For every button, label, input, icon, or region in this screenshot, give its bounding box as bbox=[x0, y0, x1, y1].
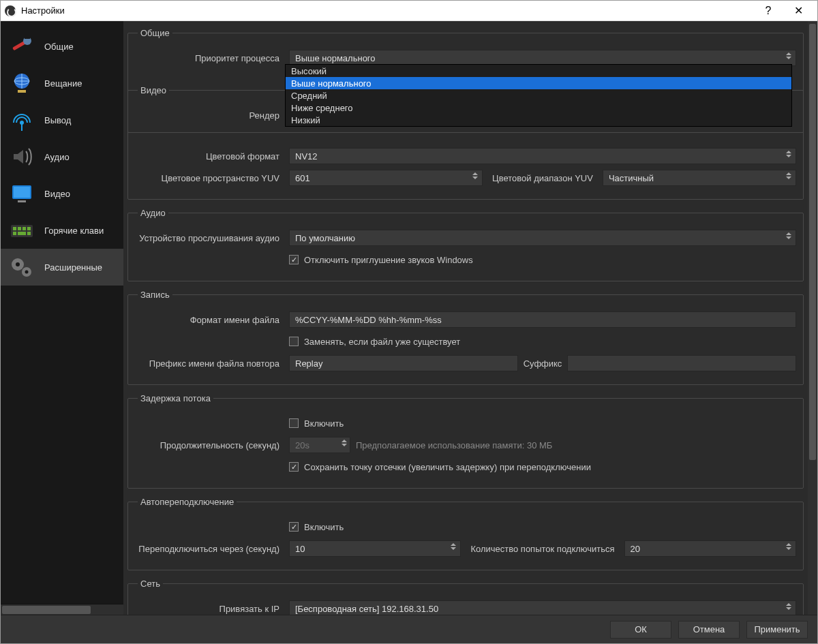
delay-enable-checkbox[interactable]: Включить bbox=[289, 418, 344, 429]
monitor-device-label: Устройство прослушивания аудио bbox=[135, 233, 284, 243]
overwrite-checkbox[interactable]: Заменять, если файл уже существует bbox=[289, 337, 460, 347]
sidebar-item-video[interactable]: Видео bbox=[1, 175, 123, 212]
reconnect-attempts-label: Количество попыток подключиться bbox=[470, 544, 614, 554]
svg-rect-9 bbox=[14, 187, 30, 198]
chevron-updown-icon bbox=[786, 151, 791, 157]
spin-value: 10 bbox=[295, 544, 305, 554]
filename-format-input[interactable]: %CCYY-%MM-%DD %hh-%mm-%ss bbox=[289, 311, 796, 328]
sidebar-hscrollbar[interactable] bbox=[1, 604, 123, 615]
globe-icon bbox=[6, 70, 37, 97]
checkbox-label: Сохранить точку отсечки (увеличить задер… bbox=[304, 462, 591, 472]
delay-duration-spin[interactable]: 20s bbox=[289, 437, 350, 453]
checkbox-label: Включить bbox=[304, 418, 344, 429]
combo-value: Выше нормального bbox=[295, 53, 376, 63]
app-icon bbox=[5, 5, 16, 16]
input-value: Replay bbox=[295, 358, 322, 369]
svg-rect-12 bbox=[13, 227, 16, 230]
group-legend: Видео bbox=[138, 85, 169, 95]
svg-rect-15 bbox=[27, 227, 31, 230]
sidebar-item-label: Видео bbox=[44, 189, 70, 199]
group-legend: Аудио bbox=[138, 208, 168, 218]
yuv-range-combo[interactable]: Частичный bbox=[603, 170, 796, 186]
svg-point-22 bbox=[25, 271, 29, 274]
dropdown-item[interactable]: Низкий bbox=[286, 114, 791, 126]
reconnect-attempts-spin[interactable]: 20 bbox=[624, 540, 796, 557]
group-audio: Аудио Устройство прослушивания аудио По … bbox=[127, 208, 804, 281]
delay-duration-label: Продолжительность (секунд) bbox=[135, 440, 284, 450]
sidebar-item-label: Вещание bbox=[44, 78, 82, 89]
combo-value: 601 bbox=[295, 173, 310, 183]
checkbox-icon: ✓ bbox=[289, 462, 299, 472]
delay-memory-label: Предполагаемое использование памяти: 30 … bbox=[356, 440, 552, 450]
group-legend: Задержка потока bbox=[138, 393, 213, 403]
combo-value: [Беспроводная сеть] 192.168.31.50 bbox=[295, 604, 438, 614]
svg-rect-14 bbox=[22, 227, 26, 230]
combo-value: Частичный bbox=[609, 173, 654, 183]
group-stream-delay: Задержка потока Включить Продолжительнос… bbox=[127, 393, 804, 489]
chevron-updown-icon bbox=[786, 172, 791, 179]
settings-window: Настройки ? ✕ Общие Вещание В bbox=[0, 0, 818, 644]
wrench-icon bbox=[6, 33, 37, 60]
svg-rect-18 bbox=[27, 232, 31, 235]
sidebar-item-audio[interactable]: Аудио bbox=[1, 138, 123, 175]
group-recording: Запись Формат имени файла %CCYY-%MM-%DD … bbox=[127, 290, 804, 385]
renderer-label: Рендер bbox=[135, 110, 284, 121]
checkbox-icon bbox=[289, 418, 299, 428]
group-reconnect: Автопереподключение ✓ Включить Переподкл… bbox=[127, 497, 804, 570]
gears-icon bbox=[6, 254, 37, 281]
priority-dropdown-list[interactable]: Высокий Выше нормального Средний Ниже ср… bbox=[285, 64, 792, 127]
dropdown-item[interactable]: Ниже среднего bbox=[286, 102, 791, 114]
sidebar-item-advanced[interactable]: Расширенные bbox=[1, 249, 123, 286]
replay-prefix-label: Префикс имени файла повтора bbox=[135, 358, 284, 369]
svg-rect-2 bbox=[25, 37, 30, 39]
reconnect-enable-checkbox[interactable]: ✓ Включить bbox=[289, 522, 344, 532]
dropdown-item[interactable]: Средний bbox=[286, 89, 791, 102]
sidebar: Общие Вещание Вывод Аудио bbox=[1, 21, 123, 615]
main-vscrollbar[interactable] bbox=[808, 21, 817, 615]
dialog-footer: ОК Отмена Применить bbox=[1, 615, 817, 643]
combo-value: По умолчанию bbox=[295, 233, 355, 243]
group-legend: Общие bbox=[138, 28, 172, 38]
priority-label: Приоритет процесса bbox=[135, 53, 284, 63]
bind-ip-label: Привязать к IP bbox=[135, 604, 284, 614]
chevron-updown-icon bbox=[786, 52, 791, 59]
spin-value: 20 bbox=[631, 544, 640, 554]
apply-button[interactable]: Применить bbox=[746, 621, 808, 639]
checkbox-icon: ✓ bbox=[289, 522, 299, 532]
sidebar-item-general[interactable]: Общие bbox=[1, 28, 123, 65]
sidebar-item-stream[interactable]: Вещание bbox=[1, 65, 123, 102]
yuv-range-label: Цветовой диапазон YUV bbox=[492, 173, 593, 183]
monitor-device-combo[interactable]: По умолчанию bbox=[289, 230, 796, 246]
sidebar-item-hotkeys[interactable]: Горячие клави bbox=[1, 212, 123, 249]
svg-rect-16 bbox=[13, 232, 16, 235]
replay-suffix-input[interactable] bbox=[567, 355, 796, 371]
color-format-combo[interactable]: NV12 bbox=[289, 148, 796, 164]
dropdown-item[interactable]: Выше нормального bbox=[286, 77, 791, 89]
disable-ducking-checkbox[interactable]: ✓ Отключить приглушение звуков Windows bbox=[289, 255, 473, 265]
svg-rect-17 bbox=[18, 232, 26, 235]
chevron-updown-icon bbox=[786, 603, 791, 610]
group-legend: Автопереподключение bbox=[138, 497, 237, 507]
svg-rect-11 bbox=[11, 225, 33, 237]
cancel-button[interactable]: Отмена bbox=[678, 621, 740, 639]
replay-prefix-input[interactable]: Replay bbox=[289, 355, 518, 371]
dropdown-item[interactable]: Высокий bbox=[286, 65, 791, 77]
broadcast-icon bbox=[6, 106, 37, 134]
chevron-updown-icon bbox=[472, 172, 478, 179]
svg-rect-13 bbox=[18, 227, 21, 230]
group-network: Сеть Привязать к IP [Беспроводная сеть] … bbox=[127, 579, 804, 615]
chevron-updown-icon bbox=[786, 543, 791, 550]
ok-button[interactable]: ОК bbox=[610, 621, 671, 639]
delay-preserve-checkbox[interactable]: ✓ Сохранить точку отсечки (увеличить зад… bbox=[289, 462, 591, 472]
yuv-space-combo[interactable]: 601 bbox=[289, 170, 483, 186]
sidebar-item-label: Вывод bbox=[44, 115, 71, 125]
svg-point-21 bbox=[16, 262, 20, 266]
input-value: %CCYY-%MM-%DD %hh-%mm-%ss bbox=[295, 315, 442, 325]
monitor-icon bbox=[6, 180, 37, 207]
help-button[interactable]: ? bbox=[753, 1, 783, 20]
sidebar-item-output[interactable]: Вывод bbox=[1, 102, 123, 138]
close-button[interactable]: ✕ bbox=[783, 1, 813, 20]
svg-rect-10 bbox=[18, 200, 26, 202]
bind-ip-combo[interactable]: [Беспроводная сеть] 192.168.31.50 bbox=[289, 600, 796, 615]
reconnect-retry-spin[interactable]: 10 bbox=[289, 540, 461, 557]
